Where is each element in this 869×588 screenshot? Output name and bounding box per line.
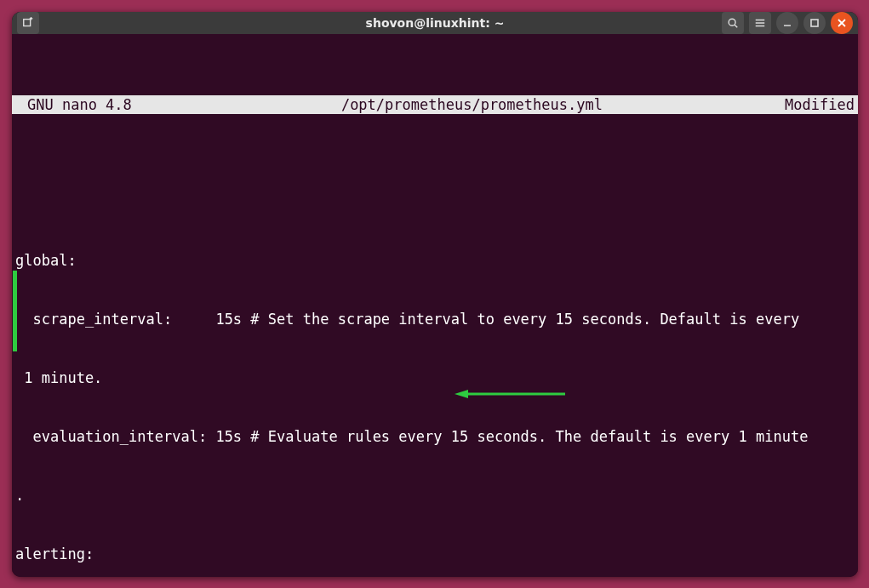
minimize-button[interactable] <box>776 12 798 34</box>
svg-rect-0 <box>24 20 31 26</box>
svg-marker-13 <box>455 390 468 398</box>
annotation-arrow <box>385 364 495 373</box>
nano-modified: Modified <box>761 95 855 114</box>
file-line: alerting: <box>15 545 856 564</box>
svg-line-4 <box>735 25 737 27</box>
nano-filename: /opt/prometheus/prometheus.yml <box>132 95 761 114</box>
nano-version: GNU nano 4.8 <box>27 95 132 114</box>
file-line: . <box>15 486 856 505</box>
svg-rect-9 <box>811 20 818 26</box>
annotation-bar <box>13 271 17 351</box>
maximize-button[interactable] <box>803 12 826 34</box>
file-line: scrape_interval: 15s # Set the scrape in… <box>15 310 856 329</box>
new-tab-button[interactable] <box>17 12 39 34</box>
maximize-icon <box>809 18 820 28</box>
file-line: global: <box>15 251 856 271</box>
nano-header: GNU nano 4.8 /opt/prometheus/prometheus.… <box>12 95 858 114</box>
terminal-body[interactable]: GNU nano 4.8 /opt/prometheus/prometheus.… <box>12 34 858 577</box>
titlebar: shovon@linuxhint: ~ <box>12 12 858 34</box>
file-line: evaluation_interval: 15s # Evaluate rule… <box>15 427 856 447</box>
minimize-icon <box>782 18 792 28</box>
svg-point-3 <box>729 19 735 26</box>
menu-button[interactable] <box>749 12 771 34</box>
close-icon <box>837 18 847 28</box>
terminal-window: shovon@linuxhint: ~ GNU nano 4.8 /opt/pr… <box>12 12 858 577</box>
editor-content[interactable]: global: scrape_interval: 15s # Set the s… <box>12 173 858 577</box>
search-icon <box>727 17 739 29</box>
window-title: shovon@linuxhint: ~ <box>196 16 674 30</box>
close-button[interactable] <box>831 12 853 34</box>
hamburger-icon <box>754 17 766 29</box>
search-button[interactable] <box>722 12 744 34</box>
